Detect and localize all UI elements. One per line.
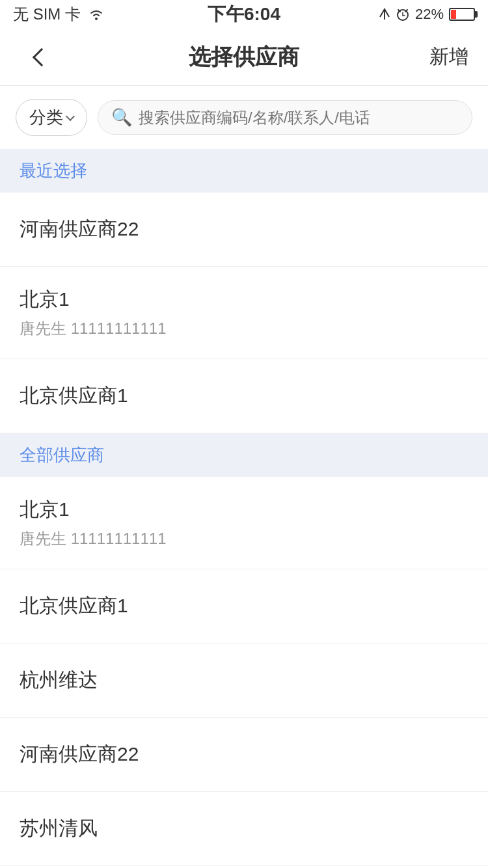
page-title: 选择供应商 (189, 42, 299, 72)
category-filter-button[interactable]: 分类 (16, 99, 87, 136)
all-section-label: 全部供应商 (20, 445, 104, 465)
all-item-1[interactable]: 北京供应商1 (0, 569, 488, 644)
supplier-contact: 唐先生 11111111111 (20, 528, 468, 549)
all-item-4[interactable]: 苏州清风 (0, 792, 488, 866)
supplier-name: 苏州清风 (20, 815, 468, 842)
recent-section-label: 最近选择 (20, 161, 87, 180)
back-button[interactable] (20, 38, 59, 77)
filter-bar: 分类 🔍 (0, 86, 488, 149)
svg-point-0 (95, 18, 98, 20)
battery-icon (449, 8, 475, 21)
search-icon: 🔍 (111, 107, 132, 128)
back-chevron-icon (33, 47, 51, 66)
recent-item-1[interactable]: 北京1 唐先生 11111111111 (0, 267, 488, 359)
supplier-name: 北京1 (20, 286, 468, 313)
wifi-icon (87, 8, 105, 21)
status-right: 22% (379, 6, 475, 23)
all-item-2[interactable]: 杭州维达 (0, 644, 488, 718)
status-bar: 无 SIM 卡 下午6:04 22% (0, 0, 488, 29)
category-label: 分类 (29, 106, 63, 129)
add-button[interactable]: 新增 (429, 44, 468, 70)
supplier-name: 河南供应商22 (20, 741, 468, 768)
recent-item-2[interactable]: 北京供应商1 (0, 359, 488, 433)
status-left: 无 SIM 卡 (13, 4, 105, 25)
supplier-name: 杭州维达 (20, 667, 468, 694)
supplier-name: 河南供应商22 (20, 216, 468, 243)
supplier-contact: 唐先生 11111111111 (20, 318, 468, 339)
supplier-name: 北京1 (20, 496, 468, 523)
category-chevron-icon (66, 111, 75, 120)
status-time: 下午6:04 (208, 2, 280, 27)
carrier-label: 无 SIM 卡 (13, 4, 81, 25)
all-item-3[interactable]: 河南供应商22 (0, 718, 488, 792)
search-input[interactable] (139, 109, 459, 127)
recent-section-header: 最近选择 (0, 149, 488, 193)
recent-item-0[interactable]: 河南供应商22 (0, 193, 488, 267)
supplier-name: 北京供应商1 (20, 383, 468, 409)
nav-bar: 选择供应商 新增 (0, 29, 488, 86)
battery-percent: 22% (415, 6, 444, 23)
alarm-icon (396, 7, 410, 21)
all-section-header: 全部供应商 (0, 433, 488, 477)
location-icon (379, 8, 390, 21)
search-wrapper[interactable]: 🔍 (98, 100, 472, 135)
supplier-name: 北京供应商1 (20, 593, 468, 619)
all-items-list: 北京1 唐先生 11111111111 北京供应商1 杭州维达 河南供应商22 … (0, 477, 488, 866)
all-item-0[interactable]: 北京1 唐先生 11111111111 (0, 477, 488, 569)
recent-items-list: 河南供应商22 北京1 唐先生 11111111111 北京供应商1 (0, 193, 488, 433)
